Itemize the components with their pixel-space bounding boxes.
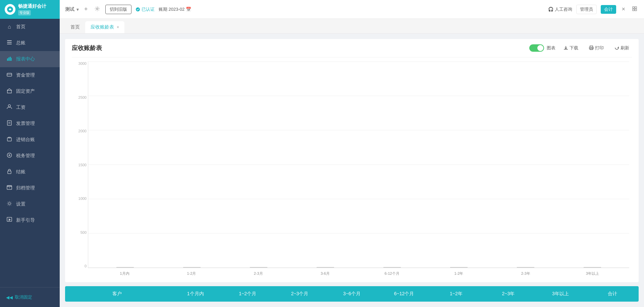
chart-toggle-label: 图表 bbox=[547, 45, 555, 51]
report-header: 应收账龄表 图表 下载 bbox=[72, 44, 632, 57]
sidebar-item-ledger[interactable]: 总账 bbox=[0, 35, 60, 51]
sidebar-item-close[interactable]: 结账 bbox=[0, 164, 60, 180]
table-header-row: 客户 1个月内 1~2个月 2~3个月 3~6个月 6~12个月 1~2年 2~… bbox=[65, 286, 639, 302]
payroll-icon bbox=[6, 104, 13, 111]
sidebar-item-archive[interactable]: 归档管理 bbox=[0, 180, 60, 196]
x-label-1m: 1月内 bbox=[116, 271, 133, 276]
content-area: 应收账龄表 图表 下载 bbox=[60, 34, 644, 307]
sidebar-item-label: 新手引导 bbox=[16, 217, 35, 223]
period-value: 2023-02 bbox=[169, 7, 185, 12]
project-dropdown-icon[interactable]: ▾ bbox=[76, 7, 79, 12]
bar-group-3-6m bbox=[317, 267, 334, 268]
bar-1m bbox=[116, 267, 134, 268]
sidebar-item-inventory[interactable]: 进销台账 bbox=[0, 132, 60, 148]
project-settings-btn[interactable] bbox=[93, 5, 101, 14]
sidebar-item-label: 固定资产 bbox=[16, 88, 35, 94]
add-project-btn[interactable]: + bbox=[83, 4, 89, 14]
chart-toggle-switch[interactable] bbox=[529, 44, 544, 52]
bars-container bbox=[88, 61, 629, 268]
sidebar-item-label: 归档管理 bbox=[16, 185, 35, 191]
window-expand-btn[interactable] bbox=[631, 5, 639, 14]
y-label-1500: 1500 bbox=[78, 163, 87, 167]
report-section: 应收账龄表 图表 下载 bbox=[65, 39, 639, 282]
tax-icon bbox=[6, 152, 13, 159]
calendar-icon[interactable]: 📅 bbox=[186, 7, 191, 12]
table-header-3-6m: 3~6个月 bbox=[326, 286, 378, 302]
sidebar-item-label: 进销台账 bbox=[16, 137, 35, 143]
tab-ar-aging[interactable]: 应收账龄表 × bbox=[85, 21, 124, 33]
report-title: 应收账龄表 bbox=[72, 44, 102, 52]
certified-badge: 已认证 bbox=[136, 6, 155, 12]
home-icon: ⌂ bbox=[6, 24, 13, 30]
table-header-2-3m: 2~3个月 bbox=[274, 286, 326, 302]
bar-6-12m bbox=[383, 267, 401, 268]
inventory-icon bbox=[6, 136, 13, 143]
download-btn[interactable]: 下载 bbox=[561, 44, 581, 52]
bar-group-1m bbox=[116, 267, 134, 268]
sidebar-collapse-btn[interactable]: ◀◀ 取消固定 bbox=[0, 291, 60, 304]
bar-group-1-2y bbox=[450, 267, 468, 268]
svg-rect-5 bbox=[8, 57, 9, 61]
sidebar-bottom: ◀◀ 取消固定 bbox=[0, 287, 60, 307]
sidebar-item-report[interactable]: 报表中心 bbox=[0, 51, 60, 67]
chart-y-axis: 0 500 1000 1500 2000 2500 3000 bbox=[72, 61, 87, 268]
tab-home[interactable]: 首页 bbox=[65, 21, 85, 33]
settings-icon bbox=[6, 201, 13, 208]
table-header-customer: 客户 bbox=[65, 286, 169, 302]
y-label-0: 0 bbox=[85, 264, 87, 268]
x-label-1-2y: 1-2年 bbox=[450, 271, 468, 276]
svg-rect-29 bbox=[633, 9, 634, 11]
consult-btn[interactable]: 🎧 人工咨询 bbox=[548, 6, 572, 12]
sidebar-item-guide[interactable]: 新手引导 bbox=[0, 212, 60, 228]
svg-rect-28 bbox=[635, 7, 637, 8]
table-header-1-2y: 1~2年 bbox=[430, 286, 482, 302]
print-label: 打印 bbox=[595, 45, 604, 51]
chart-toggle-group: 图表 bbox=[529, 44, 555, 52]
sidebar-item-tax[interactable]: 税务管理 bbox=[0, 148, 60, 164]
svg-rect-1 bbox=[7, 40, 12, 41]
close-accounts-icon bbox=[6, 169, 13, 175]
sidebar-item-payroll[interactable]: 工资 bbox=[0, 99, 60, 116]
svg-rect-2 bbox=[7, 42, 12, 43]
svg-marker-24 bbox=[9, 218, 11, 221]
svg-rect-30 bbox=[635, 9, 637, 11]
sidebar-item-asset[interactable]: 固定资产 bbox=[0, 83, 60, 99]
svg-rect-27 bbox=[633, 7, 634, 8]
headset-icon: 🎧 bbox=[548, 7, 553, 12]
bar-group-6-12m bbox=[383, 267, 401, 268]
user-btn[interactable]: 管理员 bbox=[576, 5, 597, 14]
fund-icon bbox=[6, 72, 13, 79]
sidebar-item-home[interactable]: ⌂ 首页 bbox=[0, 19, 60, 35]
svg-rect-12 bbox=[7, 121, 11, 125]
asset-icon bbox=[6, 88, 13, 95]
sidebar-nav: ⌂ 首页 总账 报表中心 资金管理 固定资产 bbox=[0, 19, 60, 287]
logo-name: 畅捷通好会计 bbox=[18, 3, 46, 9]
svg-point-25 bbox=[96, 8, 98, 9]
table-header-1-2m: 1~2个月 bbox=[221, 286, 273, 302]
x-label-3-6m: 3-6月 bbox=[316, 271, 334, 276]
consult-label: 人工咨询 bbox=[555, 6, 572, 12]
window-close-btn[interactable]: × bbox=[620, 4, 627, 14]
topbar-right: 🎧 人工咨询 管理员 会计 × bbox=[548, 4, 639, 14]
chart-area: 0 500 1000 1500 2000 2500 3000 bbox=[72, 61, 632, 278]
switch-old-version-btn[interactable]: 切到旧版 bbox=[105, 5, 131, 14]
sidebar-item-settings[interactable]: 设置 bbox=[0, 196, 60, 212]
bar-group-2-3y bbox=[517, 267, 534, 268]
bar-3y-plus bbox=[584, 267, 601, 268]
x-label-1-2m: 1-2月 bbox=[183, 271, 200, 276]
tab-ar-aging-close[interactable]: × bbox=[117, 25, 119, 30]
sidebar-item-label: 发票管理 bbox=[16, 121, 35, 127]
sidebar: 畅捷通好会计 专业版 ⌂ 首页 总账 报表中心 资金管理 bbox=[0, 0, 60, 307]
x-label-2-3y: 2-3年 bbox=[517, 271, 534, 276]
table-section: 客户 1个月内 1~2个月 2~3个月 3~6个月 6~12个月 1~2年 2~… bbox=[65, 286, 639, 302]
sidebar-logo: 畅捷通好会计 专业版 bbox=[0, 0, 60, 19]
archive-icon bbox=[6, 185, 13, 191]
y-label-1000: 1000 bbox=[78, 196, 87, 201]
print-btn[interactable]: 打印 bbox=[586, 44, 606, 52]
project-name: 测试 ▾ bbox=[65, 6, 79, 12]
sidebar-item-invoice[interactable]: 发票管理 bbox=[0, 116, 60, 132]
refresh-btn[interactable]: 刷新 bbox=[612, 44, 632, 52]
sidebar-item-fund[interactable]: 资金管理 bbox=[0, 67, 60, 83]
role-btn[interactable]: 会计 bbox=[601, 5, 616, 14]
topbar: 测试 ▾ + 切到旧版 已认证 账期 2023-02 📅 🎧 人工咨询 管理员 … bbox=[60, 0, 644, 19]
